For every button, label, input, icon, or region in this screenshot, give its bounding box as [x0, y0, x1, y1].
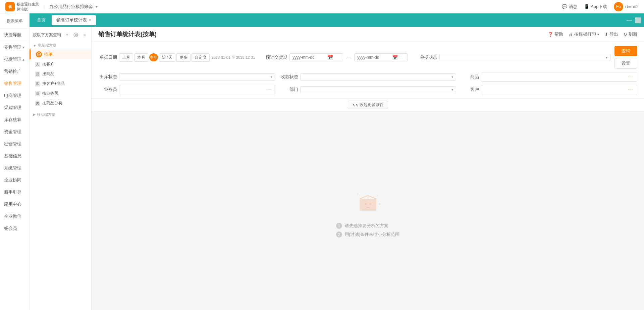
customer-label: 客户 — [460, 87, 479, 93]
dept-arrow-icon: ▾ — [451, 88, 453, 92]
retail-arrow-icon: ▼ — [22, 46, 25, 49]
print-action[interactable]: 🖨 按模板打印 ▾ — [569, 31, 599, 37]
wholesale-arrow-icon: ▲ — [22, 58, 25, 61]
scheme-by-customer[interactable]: 人 按客户 — [30, 59, 91, 69]
salesman-more-icon[interactable]: ··· — [266, 87, 272, 93]
dept-select[interactable]: ▾ — [300, 86, 457, 93]
tab-close-icon[interactable]: × — [89, 18, 91, 22]
sidebar-item-quick-nav[interactable]: 快捷导航 — [0, 29, 29, 41]
scheme-customer-goods-icon: 客 — [35, 81, 40, 87]
search-btn[interactable]: 查询 — [614, 46, 637, 56]
out-status-select[interactable]: ▾ — [119, 73, 275, 81]
date-btn-custom[interactable]: 自定义 — [192, 53, 210, 62]
goods-label: 商品 — [460, 74, 479, 80]
date-btn-this-year[interactable]: 本年 — [149, 53, 158, 61]
sidebar-item-member[interactable]: 畅会员 — [0, 222, 29, 235]
salesman-selector[interactable]: ··· — [119, 85, 275, 94]
tab-home-label: 首页 — [37, 17, 46, 23]
sidebar-item-finance[interactable]: 资金管理 — [0, 126, 29, 138]
sidebar-search-label[interactable]: 搜索菜单 — [3, 16, 26, 26]
export-label: 导出 — [609, 31, 618, 37]
content-area: 首页 销售订单统计表 × — ⬜ 按以下方案查询 + — [30, 13, 644, 310]
scheme-by-salesman[interactable]: 员 按业务员 — [30, 89, 91, 98]
sidebar-item-retail[interactable]: 零售管理 ▼ — [0, 41, 29, 53]
export-icon: ⬇ — [604, 32, 608, 37]
customer-selector[interactable]: ··· — [481, 85, 637, 94]
expected-date-end-input[interactable] — [357, 55, 391, 60]
settings-btn[interactable]: 设置 — [614, 58, 637, 69]
left-panel: 按以下方案查询 + « — [30, 27, 92, 310]
left-panel-icons: + « — [64, 32, 88, 38]
user-action[interactable]: Ea demo2 — [614, 2, 639, 11]
svg-text:畅: 畅 — [8, 5, 12, 9]
expected-date-start-input[interactable] — [292, 55, 326, 60]
calendar-start-icon[interactable]: 📅 — [327, 55, 333, 60]
sidebar-item-sales[interactable]: 销售管理 — [0, 78, 29, 90]
breadcrumb-arrow[interactable]: ▾ — [96, 4, 98, 9]
sidebar-item-purchase[interactable]: 采购管理 — [0, 102, 29, 114]
date-btn-last-7days[interactable]: 近7天 — [159, 53, 175, 62]
wechat-label: 企业微信 — [4, 213, 21, 219]
salesman-label: 业务员 — [98, 87, 117, 93]
message-label: 消息 — [569, 4, 577, 10]
date-btn-more[interactable]: 更多 — [176, 53, 191, 62]
scheme-by-category[interactable]: 类 按商品分类 — [30, 98, 91, 108]
user-avatar: Ea — [614, 2, 623, 11]
sidebar-item-wholesale[interactable]: 批发管理 ▲ — [0, 53, 29, 65]
add-scheme-btn[interactable]: + — [64, 32, 70, 38]
empty-area: 1 请先选择要分析的方案 2 用[过滤]条件来缩小分析范围 — [92, 111, 644, 310]
scheme-customer-icon: 人 — [35, 62, 40, 67]
message-action[interactable]: 💬 消息 — [562, 4, 577, 10]
sidebar-item-app-center[interactable]: 应用中心 — [0, 198, 29, 210]
app-download-action[interactable]: 📱 App下载 — [584, 4, 607, 10]
sidebar-item-basic[interactable]: 基础信息 — [0, 150, 29, 162]
main-layout: 搜索菜单 快捷导航 零售管理 ▼ 批发管理 ▲ 营销推广 销售管理 电商管理 采… — [0, 13, 644, 310]
goods-more-icon[interactable]: ··· — [628, 74, 634, 80]
refresh-action[interactable]: ↻ 刷新 — [624, 31, 637, 37]
tab-maximize-btn[interactable]: ⬜ — [635, 17, 641, 23]
edit-scheme-btn[interactable] — [72, 32, 79, 38]
scheme-goods-label: 按商品 — [42, 71, 54, 77]
goods-selector[interactable]: ··· — [481, 72, 637, 82]
tab-sales-order[interactable]: 销售订单统计表 × — [52, 15, 96, 25]
receive-status-select[interactable]: ▾ — [300, 73, 457, 81]
mobile-scheme-section: ▶ 移动端方案 — [30, 109, 91, 120]
sidebar-item-ecommerce[interactable]: 电商管理 — [0, 90, 29, 102]
top-bar-right: 💬 消息 📱 App下载 Ea demo2 — [562, 2, 639, 11]
sidebar-item-operations[interactable]: 经营管理 — [0, 138, 29, 150]
expected-date-start-wrap[interactable]: 📅 — [289, 53, 343, 61]
scheme-by-goods[interactable]: 品 按商品 — [30, 69, 91, 79]
tab-home[interactable]: 首页 — [32, 15, 50, 25]
svg-point-7 — [357, 193, 359, 195]
bill-status-select[interactable]: ▾ — [439, 54, 610, 61]
sidebar-item-newbie[interactable]: 新手引导 — [0, 186, 29, 198]
date-btn-last-month[interactable]: 上月 — [119, 53, 133, 62]
expected-date-end-wrap[interactable]: 📅 — [354, 53, 408, 61]
inventory-label: 库存核算 — [4, 117, 21, 123]
active-scheme-item[interactable]: 按单 — [30, 49, 91, 59]
empty-tip-1: 1 请先选择要分析的方案 — [336, 223, 399, 229]
sidebar-item-enterprise[interactable]: 企业协同 — [0, 174, 29, 186]
help-action[interactable]: ❓ 帮助 — [548, 31, 563, 37]
empty-illustration — [353, 186, 383, 216]
date-btn-this-month[interactable]: 本月 — [134, 53, 148, 62]
export-action[interactable]: ⬇ 导出 — [604, 31, 618, 37]
sidebar-item-marketing[interactable]: 营销推广 — [0, 65, 29, 78]
logo-area: 畅 畅捷通好生意 标准版 — [5, 2, 39, 11]
scheme-by-customer-goods[interactable]: 客 按客户+商品 — [30, 79, 91, 89]
calendar-end-icon[interactable]: 📅 — [392, 55, 398, 60]
sidebar: 搜索菜单 快捷导航 零售管理 ▼ 批发管理 ▲ 营销推广 销售管理 电商管理 采… — [0, 13, 30, 310]
sidebar-item-inventory[interactable]: 库存核算 — [0, 114, 29, 126]
sidebar-item-system[interactable]: 系统管理 — [0, 162, 29, 174]
collapse-panel-btn[interactable]: « — [81, 32, 88, 38]
tab-minimize-btn[interactable]: — — [627, 17, 632, 23]
member-label: 畅会员 — [4, 225, 17, 231]
collapse-btn[interactable]: ∧∧ 收起更多条件 — [348, 101, 388, 109]
sidebar-item-wechat[interactable]: 企业微信 — [0, 210, 29, 222]
pc-section-label: ▼ 电脑端方案 — [30, 42, 91, 49]
empty-tip-1-text: 请先选择要分析的方案 — [345, 223, 388, 229]
customer-more-icon[interactable]: ··· — [628, 87, 634, 93]
left-panel-header: 按以下方案查询 + « — [30, 30, 91, 40]
refresh-icon: ↻ — [624, 32, 627, 37]
right-main: 销售订单统计表(按单) ❓ 帮助 🖨 按模板打印 ▾ ⬇ — [92, 27, 644, 310]
